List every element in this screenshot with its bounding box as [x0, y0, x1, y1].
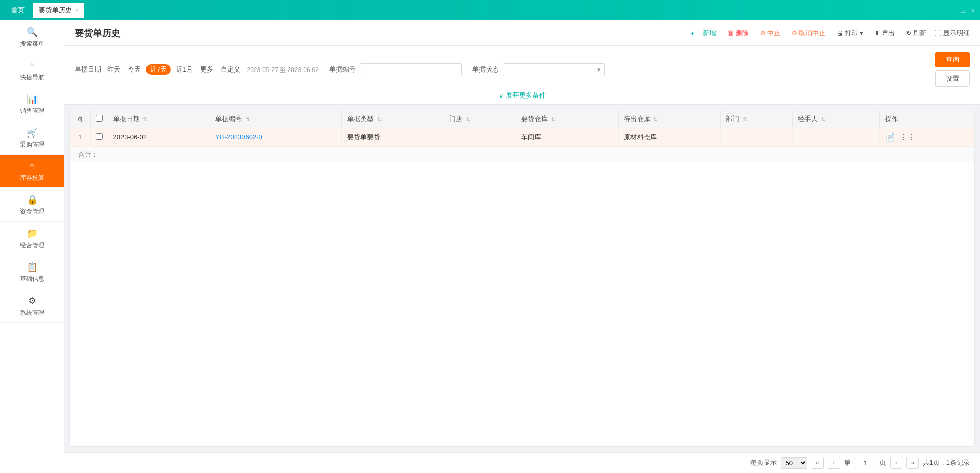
tab-requisition-history[interactable]: 要货单历史 ×	[33, 3, 84, 18]
sidebar: 🔍 搜索菜单 ⌂ 快捷导航 📊 销售管理 🛒 采购管理 ⌂ 库存核算 🔒 资金管…	[0, 20, 64, 473]
doc-no-column-header: 单据编号 ⇅	[210, 110, 341, 128]
quick-nav-icon: ⌂	[29, 60, 35, 71]
main-layout: 🔍 搜索菜单 ⌂ 快捷导航 📊 销售管理 🛒 采购管理 ⌂ 库存核算 🔒 资金管…	[0, 20, 980, 473]
last-page-button[interactable]: »	[906, 457, 919, 469]
expand-more-button[interactable]: ∨ 展开更多条件	[75, 91, 970, 100]
purchase-mgmt-icon: 🛒	[27, 127, 38, 138]
table-footer: 合计：	[70, 147, 974, 162]
system-mgmt-icon: ⚙	[28, 295, 36, 306]
prev-page-button[interactable]: ‹	[828, 457, 840, 469]
sidebar-item-label-basic-info: 基础信息	[20, 275, 44, 283]
row-checkbox-cell[interactable]	[90, 128, 108, 147]
date-column-header: 单据日期 ⇅	[108, 110, 210, 128]
stop-button[interactable]: ⊘ 中止	[757, 27, 783, 40]
page-size-label: 每页显示	[750, 458, 777, 467]
query-button[interactable]: 查询	[935, 52, 970, 67]
date-sort-icon[interactable]: ⇅	[143, 116, 147, 122]
gear-icon: ⚙	[77, 115, 83, 123]
sidebar-item-label-purchase-mgmt: 采购管理	[20, 140, 44, 149]
sidebar-item-finance[interactable]: 🔒 资金管理	[0, 188, 64, 222]
refresh-button[interactable]: ↻ 刷新	[903, 27, 929, 40]
req-warehouse-sort-icon[interactable]: ⇅	[551, 116, 555, 122]
inventory-icon: ⌂	[29, 161, 35, 172]
date-filter: 单据日期 昨天 今天 近7天 近1月 更多 自定义 2023-05-27 至 2…	[75, 64, 319, 75]
handler-sort-icon[interactable]: ⇅	[821, 116, 825, 122]
sidebar-item-system-mgmt[interactable]: ⚙ 系统管理	[0, 289, 64, 323]
date-shortcut-1month[interactable]: 近1月	[174, 64, 195, 75]
stop-icon: ⊘	[760, 29, 766, 37]
sidebar-item-label-quick-nav: 快捷导航	[20, 73, 44, 82]
sidebar-item-inventory[interactable]: ⌂ 库存核算	[0, 155, 64, 188]
page-number-input[interactable]	[855, 458, 875, 468]
top-bar-right: — □ ×	[948, 7, 975, 14]
doc-no-sort-icon[interactable]: ⇅	[246, 116, 250, 122]
checkbox-column-header[interactable]	[90, 110, 108, 128]
next-page-button[interactable]: ›	[890, 457, 902, 469]
date-shortcut-custom[interactable]: 自定义	[218, 64, 242, 75]
pending-warehouse-sort-icon[interactable]: ⇅	[653, 116, 657, 122]
sidebar-item-label-finance: 资金管理	[20, 207, 44, 216]
delete-label: 删除	[736, 29, 749, 38]
doc-status-select[interactable]	[503, 63, 605, 76]
row-handler	[792, 128, 879, 147]
sales-mgmt-icon: 📊	[27, 93, 38, 105]
new-icon: ＋	[689, 29, 696, 38]
date-shortcut-yesterday[interactable]: 昨天	[105, 64, 122, 75]
date-shortcut-more[interactable]: 更多	[198, 64, 215, 75]
store-column-header: 门店 ⇅	[444, 110, 516, 128]
sidebar-item-sales-mgmt[interactable]: 📊 销售管理	[0, 87, 64, 121]
gear-column-header[interactable]: ⚙	[70, 110, 90, 128]
search-menu-icon: 🔍	[27, 27, 38, 38]
tab-requisition-history-label: 要货单历史	[39, 6, 72, 15]
sidebar-item-basic-info[interactable]: 📋 基础信息	[0, 255, 64, 289]
window-restore-button[interactable]: □	[961, 7, 965, 14]
store-sort-icon[interactable]: ⇅	[466, 116, 470, 122]
display-detail-checkbox[interactable]	[935, 30, 941, 36]
page-suffix: 页	[879, 458, 886, 467]
window-close-button[interactable]: ×	[971, 7, 975, 14]
top-bar: 首页 要货单历史 × — □ ×	[0, 0, 980, 20]
row-pending-warehouse: 原材料仓库	[618, 128, 720, 147]
content-area: 要货单历史 ＋ + 新增 🗑 删除 ⊘ 中止 ⊘ 取消中止	[64, 20, 980, 473]
select-all-checkbox[interactable]	[96, 115, 103, 122]
table-container: ⚙ 单据日期 ⇅ 单据编号 ⇅	[69, 110, 975, 447]
page-title: 要货单历史	[75, 27, 120, 39]
export-icon: ⬆	[874, 29, 880, 37]
print-button[interactable]: 🖨 打印 ▾	[834, 27, 866, 40]
table-header-row: ⚙ 单据日期 ⇅ 单据编号 ⇅	[70, 110, 974, 128]
tab-home[interactable]: 首页	[5, 3, 31, 18]
doc-type-sort-icon[interactable]: ⇅	[377, 116, 381, 122]
date-shortcut-7days[interactable]: 近7天	[146, 64, 171, 75]
delete-button[interactable]: 🗑 删除	[724, 27, 752, 40]
sidebar-item-label-system-mgmt: 系统管理	[20, 309, 44, 317]
row-edit-icon[interactable]: 📄	[885, 132, 895, 142]
department-sort-icon[interactable]: ⇅	[743, 116, 747, 122]
pagination-bar: 每页显示 20 50 100 200 « ‹ 第 页 › » 共1页，1条记录	[64, 452, 980, 473]
row-more-icon[interactable]: ⋮⋮	[899, 132, 916, 142]
new-button[interactable]: ＋ + 新增	[686, 27, 719, 40]
date-shortcut-today[interactable]: 今天	[126, 64, 143, 75]
filter-actions: 查询 设置	[935, 52, 970, 87]
doc-number-input[interactable]	[360, 63, 462, 76]
cancel-stop-button[interactable]: ⊘ 取消中止	[789, 27, 828, 40]
sidebar-item-operations[interactable]: 📁 经营管理	[0, 222, 64, 255]
display-detail-checkbox-label[interactable]: 显示明细	[935, 29, 970, 38]
doc-status-label: 单据状态	[472, 65, 499, 74]
table-row[interactable]: 1 2023-06-02 YH-20230602-0 要货单要货 车间库 原材料…	[70, 128, 974, 147]
sidebar-item-purchase-mgmt[interactable]: 🛒 采购管理	[0, 121, 64, 155]
window-minimize-button[interactable]: —	[948, 7, 955, 14]
filter-row-1: 单据日期 昨天 今天 近7天 近1月 更多 自定义 2023-05-27 至 2…	[75, 52, 970, 87]
filter-settings-button[interactable]: 设置	[935, 70, 970, 87]
page-label: 第	[844, 458, 851, 467]
row-checkbox[interactable]	[96, 133, 103, 140]
first-page-button[interactable]: «	[812, 457, 824, 469]
page-size-select[interactable]: 20 50 100 200	[781, 457, 807, 469]
stop-label: 中止	[767, 29, 780, 38]
sidebar-item-quick-nav[interactable]: ⌂ 快捷导航	[0, 54, 64, 87]
refresh-label: 刷新	[913, 29, 926, 38]
sidebar-item-search-menu[interactable]: 🔍 搜索菜单	[0, 20, 64, 54]
page-header: 要货单历史 ＋ + 新增 🗑 删除 ⊘ 中止 ⊘ 取消中止	[64, 20, 980, 46]
row-doc-no-link[interactable]: YH-20230602-0	[215, 133, 262, 141]
export-button[interactable]: ⬆ 导出	[871, 27, 898, 40]
tab-close-button[interactable]: ×	[75, 7, 78, 13]
